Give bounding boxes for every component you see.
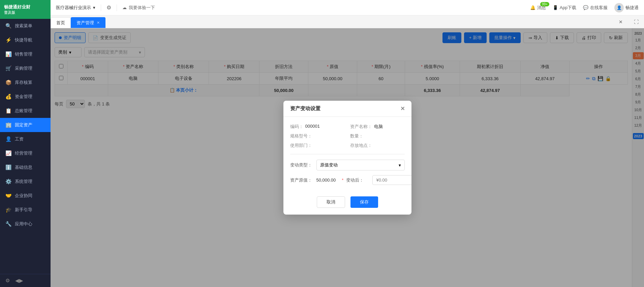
info-quantity: 数量： <box>350 133 405 139</box>
info-location: 存放地点： <box>350 142 405 149</box>
content-area: 资产明细 📄 变更生成凭证 刷账 + 新增 批量操作 ▾ <box>51 28 644 287</box>
user-menu[interactable]: 👤 畅捷通 <box>614 3 639 12</box>
change-type-label: 变动类型： <box>290 162 314 168</box>
original-value-label: 资产原值： <box>290 177 314 183</box>
sidebar-item-label: 应用中心 <box>15 221 32 227</box>
info-name: 资产名称： 电脑 <box>350 124 405 130</box>
sidebar-item-label: 新手引导 <box>15 207 32 213</box>
experience-btn[interactable]: ☁ 我要体验一下 <box>122 5 155 11</box>
sidebar-item-label: 采购管理 <box>15 65 32 71</box>
sidebar: 畅捷通好业财 普及版 🔍 搜索菜单 ⚡ 快捷导航 📊 销售管理 🛒 采购管理 📦… <box>0 0 51 287</box>
cancel-button[interactable]: 取消 <box>317 196 345 208</box>
operations-icon: 📈 <box>5 150 11 156</box>
main-content: 医疗器械行业演示 ▾ ⚙ ☁ 我要体验一下 🔔 消息 99+ 📱 App下载 💬… <box>51 0 644 287</box>
quantity-label: 数量： <box>350 133 363 139</box>
fixedassets-icon: 🏢 <box>5 122 11 128</box>
window-close-btn[interactable]: ✕ <box>613 15 628 28</box>
tab-home[interactable]: 首页 <box>51 17 71 28</box>
sidebar-item-ledger[interactable]: 📋 总账管理 <box>0 104 51 118</box>
sidebar-scroll: 🔍 搜索菜单 ⚡ 快捷导航 📊 销售管理 🛒 采购管理 📦 库存核算 💰 资金管… <box>0 19 51 274</box>
company-selector[interactable]: 医疗器械行业演示 ▾ <box>56 5 95 11</box>
after-label: 变动后： <box>346 177 370 183</box>
company-name: 医疗器械行业演示 <box>56 5 91 11</box>
save-button[interactable]: 保存 <box>350 196 378 208</box>
topbar-right: 🔔 消息 99+ 📱 App下载 💬 在线客服 👤 畅捷通 <box>530 3 639 12</box>
sidebar-item-label: 工资 <box>15 136 24 142</box>
chevron-down-icon: ▾ <box>93 5 95 10</box>
name-label: 资产名称： <box>350 124 372 130</box>
sidebar-item-label: 经营管理 <box>15 150 32 156</box>
tabs-bar: 首页 资产管理 ✕ ✕ ⛶ <box>51 15 644 28</box>
sidebar-item-system[interactable]: ⚙️ 系统管理 <box>0 174 51 189</box>
finance-icon: 💰 <box>5 94 11 100</box>
sidebar-item-sales[interactable]: 📊 销售管理 <box>0 47 51 61</box>
notification-badge: 99+ <box>540 2 549 6</box>
modal-info-grid: 编码： 000001 资产名称： 电脑 规格型号： 数量： <box>290 124 405 154</box>
system-icon: ⚙️ <box>5 179 11 185</box>
modal-body: 编码： 000001 资产名称： 电脑 规格型号： 数量： <box>283 117 411 196</box>
sidebar-bottom: ⚙ ◀▶ <box>0 274 51 287</box>
purchase-icon: 🛒 <box>5 65 11 71</box>
appcenter-icon: 🔧 <box>5 221 11 227</box>
sidebar-item-label: 系统管理 <box>15 179 32 185</box>
sidebar-item-basicinfo[interactable]: ℹ️ 基础信息 <box>0 160 51 174</box>
sidebar-item-salary[interactable]: 👤 工资 <box>0 132 51 146</box>
sidebar-item-label: 总账管理 <box>15 108 32 114</box>
original-value-row: 资产原值： 50,000.00 * 变动后： <box>290 175 405 185</box>
sidebar-item-purchase[interactable]: 🛒 采购管理 <box>0 61 51 75</box>
sidebar-item-finance[interactable]: 💰 资金管理 <box>0 90 51 104</box>
window-maximize-btn[interactable]: ⛶ <box>628 15 644 28</box>
modal-title: 资产变动设置 <box>290 105 320 112</box>
sidebar-item-inventory[interactable]: 📦 库存核算 <box>0 75 51 90</box>
sales-icon: 📊 <box>5 51 11 57</box>
guide-icon: 🎓 <box>5 207 11 213</box>
topbar-divider2 <box>117 4 117 11</box>
app-logo: 畅捷通好业财 普及版 <box>0 0 51 19</box>
salary-icon: 👤 <box>5 136 11 142</box>
code-value: 000001 <box>305 124 320 130</box>
info-dept: 使用部门： <box>290 142 345 149</box>
asset-change-modal: 资产变动设置 ✕ 编码： 000001 资产名称： 电脑 <box>283 101 411 215</box>
tab-close-icon[interactable]: ✕ <box>97 21 100 25</box>
chevron-down-icon: ▾ <box>399 163 401 168</box>
modal-close-btn[interactable]: ✕ <box>400 105 405 112</box>
window-controls: ✕ ⛶ <box>613 15 644 28</box>
sidebar-item-guide[interactable]: 🎓 新手引导 <box>0 203 51 217</box>
online-service-btn[interactable]: 💬 在线客服 <box>583 5 608 11</box>
tab-asset-management[interactable]: 资产管理 ✕ <box>71 17 105 28</box>
dept-label: 使用部门： <box>290 142 312 149</box>
settings-icon[interactable]: ⚙ <box>5 278 10 284</box>
sidebar-item-collab[interactable]: 🤝 企业协同 <box>0 189 51 203</box>
sidebar-item-appcenter[interactable]: 🔧 应用中心 <box>0 217 51 231</box>
spec-label: 规格型号： <box>290 133 312 139</box>
sidebar-item-label: 基础信息 <box>15 164 32 170</box>
avatar: 👤 <box>614 3 624 12</box>
sidebar-item-label: 库存核算 <box>15 79 32 86</box>
sidebar-item-search[interactable]: 🔍 搜索菜单 <box>0 19 51 33</box>
location-label: 存放地点： <box>350 142 372 149</box>
collapse-icon[interactable]: ◀▶ <box>15 278 23 284</box>
app-download-btn[interactable]: 📱 App下载 <box>553 5 576 11</box>
modal-header: 资产变动设置 ✕ <box>283 101 411 117</box>
collab-icon: 🤝 <box>5 193 11 199</box>
after-value-input[interactable] <box>372 175 411 185</box>
sidebar-item-label: 企业协同 <box>15 193 32 199</box>
modal-footer: 取消 保存 <box>283 196 411 215</box>
service-icon: 💬 <box>583 5 588 10</box>
inventory-icon: 📦 <box>5 79 11 86</box>
required-mark: * <box>342 178 343 183</box>
notifications-btn[interactable]: 🔔 消息 99+ <box>530 5 546 11</box>
sidebar-item-operations[interactable]: 📈 经营管理 <box>0 146 51 160</box>
bell-icon: 🔔 <box>530 5 535 10</box>
sidebar-item-quicknav[interactable]: ⚡ 快捷导航 <box>0 33 51 47</box>
sidebar-item-label: 固定资产 <box>15 122 32 128</box>
sidebar-item-fixedassets[interactable]: 🏢 固定资产 <box>0 118 51 132</box>
quicknav-icon: ⚡ <box>5 37 11 43</box>
code-label: 编码： <box>290 124 303 130</box>
settings-icon[interactable]: ⚙ <box>106 4 111 11</box>
info-code: 编码： 000001 <box>290 124 345 130</box>
sidebar-item-label: 搜索菜单 <box>15 23 32 29</box>
info-spec: 规格型号： <box>290 133 345 139</box>
change-type-select[interactable]: 原值变动 ▾ <box>316 160 405 170</box>
topbar: 医疗器械行业演示 ▾ ⚙ ☁ 我要体验一下 🔔 消息 99+ 📱 App下载 💬… <box>51 0 644 15</box>
